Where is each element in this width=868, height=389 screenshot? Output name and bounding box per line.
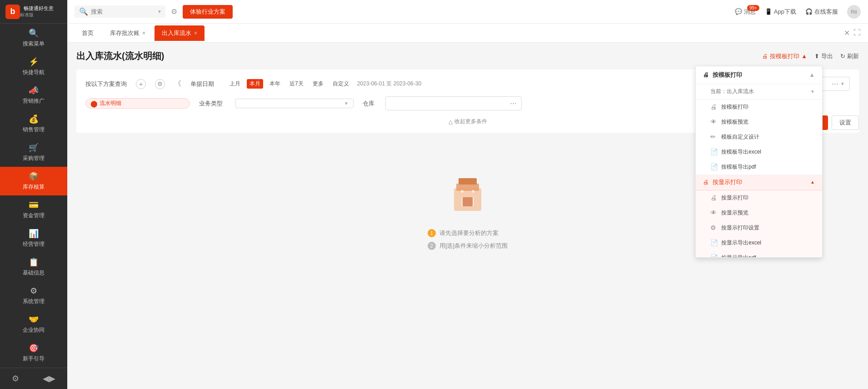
message-btn[interactable]: 💬 消息 99+ bbox=[735, 8, 756, 16]
sidebar-item-basic[interactable]: 📋 基础信息 bbox=[0, 253, 67, 281]
filter-collapse-btn[interactable]: 《 bbox=[174, 79, 181, 89]
sidebar-item-quick-nav[interactable]: ⚡ 快捷导航 bbox=[0, 52, 67, 81]
sidebar-item-marketing[interactable]: 📣 营销推广 bbox=[0, 81, 67, 110]
search-icon: 🔍 bbox=[79, 7, 88, 16]
sidebar-item-search[interactable]: 🔍 搜索菜单 bbox=[0, 24, 67, 52]
sidebar: b 畅捷通好生意 标准版 🔍 搜索菜单 ⚡ 快捷导航 📣 营销推广 💰 销售管理… bbox=[0, 0, 67, 389]
sidebar-item-purchase[interactable]: 🛒 采购管理 bbox=[0, 138, 67, 167]
biz-type-field[interactable]: ▼ bbox=[235, 99, 354, 108]
date-btn-custom[interactable]: 自定义 bbox=[330, 79, 352, 89]
dropdown-item-display-preview[interactable]: 👁 按显示预览 bbox=[696, 205, 822, 220]
edit-icon: ✏ bbox=[710, 133, 718, 140]
gear-icon: ⚙ bbox=[710, 224, 718, 231]
operation-icon: 📊 bbox=[29, 229, 39, 239]
excel-icon: 📄 bbox=[710, 239, 718, 246]
dropdown-item-template-pdf[interactable]: 📄 按模板导出pdf bbox=[696, 160, 822, 175]
sidebar-collapse-btn[interactable]: ◀▶ bbox=[43, 374, 55, 384]
sidebar-settings-btn[interactable]: ⚙ bbox=[12, 374, 19, 384]
chevron-down-icon: ▼ bbox=[810, 89, 815, 94]
app-download-btn[interactable]: 📱 App下载 bbox=[765, 8, 796, 16]
avatar-img: Rit bbox=[847, 5, 861, 19]
warehouse-field[interactable]: ··· bbox=[385, 96, 522, 110]
enterprise-icon: 🤝 bbox=[29, 314, 39, 324]
sidebar-item-app-center[interactable]: 📱 应用中心 bbox=[0, 367, 67, 368]
page-title: 出入库流水(流水明细) bbox=[76, 50, 164, 62]
dropdown-header[interactable]: 🖨 按模板打印 ▲ bbox=[696, 66, 822, 84]
tab-batch-account[interactable]: 库存批次账 × bbox=[103, 25, 153, 41]
dropdown-current[interactable]: 当前：出入库流水 ▼ bbox=[696, 84, 822, 100]
date-btn-this-year[interactable]: 本年 bbox=[267, 79, 283, 89]
sidebar-item-finance[interactable]: 💳 资金管理 bbox=[0, 195, 67, 224]
dropdown-item-template-custom[interactable]: ✏ 模板自定义设计 bbox=[696, 130, 822, 145]
page-inner: 出入库流水(流水明细) 🖨 按模板打印 ▲ ⬆ 导出 ↻ 刷新 bbox=[67, 43, 868, 294]
tabs-close-all-btn[interactable]: ✕ bbox=[844, 29, 850, 37]
dropdown-item-display-pdf[interactable]: 📄 按显示导出pdf bbox=[696, 250, 822, 257]
filter-add-btn[interactable]: + bbox=[136, 79, 146, 89]
item-label: 按模板导出excel bbox=[721, 148, 761, 156]
sidebar-item-label: 快捷导航 bbox=[23, 69, 45, 76]
tabs-expand-btn[interactable]: ⛶ bbox=[853, 29, 861, 37]
empty-illustration bbox=[445, 175, 490, 220]
sidebar-item-system[interactable]: ⚙ 系统管理 bbox=[0, 281, 67, 310]
print-dropdown: 🖨 按模板打印 ▲ 当前：出入库流水 ▼ 🖨 bbox=[695, 66, 823, 258]
item-label: 按显示打印设置 bbox=[721, 224, 759, 232]
current-label: 当前：出入库流水 bbox=[710, 88, 754, 95]
dropdown-item-template-excel[interactable]: 📄 按模板导出excel bbox=[696, 145, 822, 160]
sidebar-item-guide[interactable]: 🎯 新手引导 bbox=[0, 339, 67, 367]
trial-btn[interactable]: 体验行业方案 bbox=[183, 5, 233, 19]
quick-nav-icon: ⚡ bbox=[29, 57, 39, 67]
tab-flow-label: 出入库流水 bbox=[162, 29, 191, 37]
pdf-icon: 📄 bbox=[710, 163, 718, 170]
tab-flow[interactable]: 出入库流水 × bbox=[155, 25, 205, 41]
empty-hint: 1 请先选择要分析的方案 2 用[选]条件来缩小分析范围 bbox=[428, 229, 508, 250]
date-btn-7days[interactable]: 近7天 bbox=[287, 79, 306, 89]
online-service-btn[interactable]: 🎧 在线客服 bbox=[805, 8, 838, 16]
dropdown-item-display-excel[interactable]: 📄 按显示导出excel bbox=[696, 235, 822, 250]
dropdown-section-display[interactable]: 🖨 按显示打印 ▲ bbox=[696, 175, 822, 190]
chevron-up-icon: ▲ bbox=[809, 71, 815, 78]
tab-home-label: 首页 bbox=[82, 29, 94, 37]
sidebar-item-operation[interactable]: 📊 经营管理 bbox=[0, 224, 67, 253]
sidebar-item-enterprise[interactable]: 🤝 企业协同 bbox=[0, 310, 67, 339]
tab-batch-account-close[interactable]: × bbox=[142, 30, 145, 36]
more-icon[interactable]: ··· bbox=[832, 79, 838, 89]
user-avatar[interactable]: Rit bbox=[847, 5, 861, 19]
page-actions: 🖨 按模板打印 ▲ ⬆ 导出 ↻ 刷新 bbox=[762, 52, 859, 60]
dropdown-item-template-print[interactable]: 🖨 按模板打印 bbox=[696, 100, 822, 115]
sidebar-item-inventory[interactable]: 📦 库存核算 bbox=[0, 167, 67, 195]
hint-item-1: 1 请先选择要分析的方案 bbox=[428, 229, 508, 237]
sidebar-item-sales[interactable]: 💰 销售管理 bbox=[0, 110, 67, 138]
search-input[interactable] bbox=[91, 8, 155, 15]
date-btn-last-month[interactable]: 上月 bbox=[227, 79, 243, 89]
hint-num-1: 1 bbox=[428, 229, 436, 237]
sidebar-item-label: 资金管理 bbox=[23, 212, 45, 219]
tabs-bar: 首页 库存批次账 × 出入库流水 × ✕ ⛶ bbox=[67, 24, 868, 43]
more-icon[interactable]: ··· bbox=[510, 99, 517, 108]
chevron-up-icon: ▲ bbox=[801, 53, 807, 60]
eye-icon: 👁 bbox=[710, 209, 718, 216]
dropdown-item-display-print[interactable]: 🖨 按显示打印 bbox=[696, 190, 822, 205]
date-btn-more[interactable]: 更多 bbox=[310, 79, 326, 89]
system-icon: ⚙ bbox=[30, 286, 37, 296]
dropdown-item-template-preview[interactable]: 👁 按模板预览 bbox=[696, 115, 822, 130]
app-download-label: App下载 bbox=[774, 8, 796, 16]
print-btn[interactable]: 🖨 按模板打印 ▲ bbox=[762, 52, 807, 60]
filter-gear-btn[interactable]: ⚙ bbox=[155, 79, 165, 89]
svg-point-6 bbox=[461, 190, 464, 193]
export-btn[interactable]: ⬆ 导出 bbox=[814, 52, 833, 60]
collapse-up-icon: △ bbox=[449, 119, 453, 125]
tab-home[interactable]: 首页 bbox=[75, 25, 101, 41]
sidebar-item-label: 系统管理 bbox=[23, 298, 45, 305]
dropdown-item-display-settings[interactable]: ⚙ 按显示打印设置 bbox=[696, 220, 822, 235]
date-btn-this-month[interactable]: 本月 bbox=[247, 79, 263, 89]
topbar-search-box[interactable]: 🔍 ▼ bbox=[75, 5, 165, 18]
search-icon: 🔍 bbox=[29, 28, 39, 38]
sidebar-item-label: 营销推广 bbox=[23, 97, 45, 105]
tab-flow-close[interactable]: × bbox=[194, 30, 197, 36]
set-btn[interactable]: 设置 bbox=[832, 115, 859, 130]
item-label: 按显示打印 bbox=[721, 194, 748, 202]
refresh-btn[interactable]: ↻ 刷新 bbox=[840, 52, 859, 60]
settings-icon[interactable]: ⚙ bbox=[171, 7, 177, 16]
svg-rect-1 bbox=[456, 184, 479, 191]
sidebar-item-label: 基础信息 bbox=[23, 269, 45, 277]
